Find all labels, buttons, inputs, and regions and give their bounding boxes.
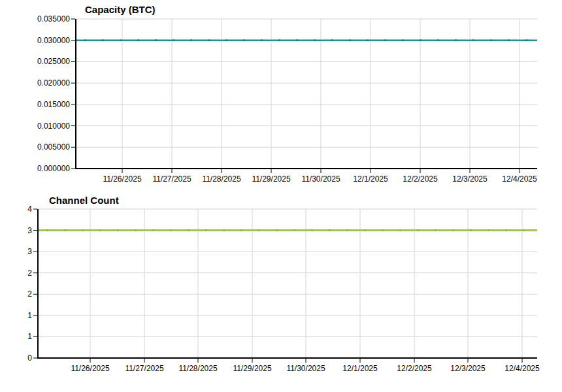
x-tick-label: 12/4/2025 xyxy=(504,364,540,373)
channel-count-plot-area: 4332211011/26/202511/27/202511/28/202511… xyxy=(0,193,562,392)
x-tick-label: 12/2/2025 xyxy=(403,174,438,184)
y-tick-label: 0.015000 xyxy=(37,100,70,109)
y-tick-label: 0.020000 xyxy=(37,78,70,88)
y-tick-label: 2 xyxy=(27,289,32,299)
capacity-plot-area: 0.0350000.0300000.0250000.0200000.015000… xyxy=(0,0,562,193)
x-tick-label: 12/3/2025 xyxy=(452,174,488,184)
x-tick-label: 11/27/2025 xyxy=(152,174,191,184)
y-tick-label: 0.010000 xyxy=(37,122,70,131)
x-tick-label: 12/3/2025 xyxy=(450,364,486,373)
x-tick-label: 12/1/2025 xyxy=(342,364,378,373)
y-tick-label: 1 xyxy=(27,311,32,320)
x-tick-label: 11/30/2025 xyxy=(286,364,325,373)
y-tick-label: 1 xyxy=(27,332,32,341)
x-tick-label: 11/26/2025 xyxy=(103,174,141,184)
charts-page: Capacity (BTC) 0.0350000.0300000.0250000… xyxy=(0,0,562,392)
y-tick-label: 0.000000 xyxy=(37,164,70,173)
y-tick-label: 3 xyxy=(27,226,32,235)
x-tick-label: 11/26/2025 xyxy=(71,364,109,373)
y-tick-label: 2 xyxy=(27,269,32,278)
x-tick-label: 12/1/2025 xyxy=(353,174,388,184)
y-tick-label: 0.030000 xyxy=(37,36,70,45)
y-tick-label: 0.035000 xyxy=(37,14,70,24)
y-tick-label: 0 xyxy=(27,353,32,363)
y-tick-label: 0.005000 xyxy=(37,142,70,152)
x-tick-label: 12/2/2025 xyxy=(397,364,432,373)
x-tick-label: 12/4/2025 xyxy=(502,174,537,184)
x-tick-label: 11/29/2025 xyxy=(233,364,271,373)
y-tick-label: 3 xyxy=(27,247,32,256)
x-tick-label: 11/29/2025 xyxy=(252,174,290,184)
x-tick-label: 11/28/2025 xyxy=(178,364,217,373)
y-tick-label: 4 xyxy=(27,204,32,214)
x-tick-label: 11/27/2025 xyxy=(125,364,163,373)
y-tick-label: 0.025000 xyxy=(37,57,70,66)
x-tick-label: 11/30/2025 xyxy=(301,174,340,184)
x-tick-label: 11/28/2025 xyxy=(202,174,240,184)
